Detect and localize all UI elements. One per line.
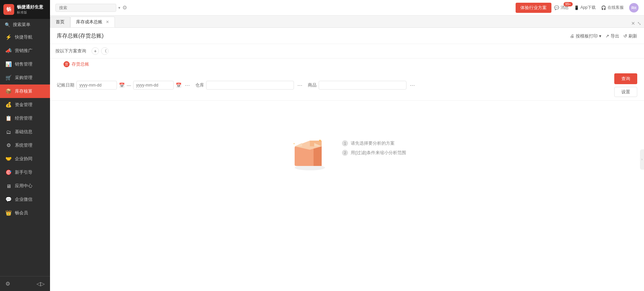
date-end-input[interactable] — [133, 81, 174, 90]
topbar-settings-icon[interactable]: ⚙ — [122, 4, 127, 11]
goods-input[interactable] — [319, 81, 406, 90]
date-more-icon[interactable]: ··· — [183, 82, 191, 88]
goods-label: 商品 — [308, 82, 317, 88]
coop-icon: 🤝 — [5, 156, 11, 162]
messages-button[interactable]: 💬 消息 99+ — [554, 5, 569, 10]
topbar: ▾ ⚙ 体验行业方案 💬 消息 99+ 📱 App下载 🎧 在线客服 Rit — [50, 0, 644, 16]
marketing-icon: 📣 — [5, 48, 11, 54]
sidebar-item-quick-nav[interactable]: ⚡ 快捷导航 — [0, 30, 50, 44]
filter-label: 按以下方案查询 — [55, 48, 86, 54]
tab-resize-icon[interactable]: ⤡ — [637, 21, 641, 26]
sidebar-item-label: 经营管理 — [15, 115, 32, 121]
svg-rect-2 — [314, 146, 322, 166]
sidebar-item-fund[interactable]: 💰 资金管理 — [0, 98, 50, 112]
step-1-num: 1 — [342, 140, 348, 146]
sidebar-search-label: 搜索菜单 — [13, 22, 30, 28]
tab-close-all-icon[interactable]: ✕ — [631, 21, 635, 26]
print-template-button[interactable]: 🖨 按模板打印 ▾ — [570, 33, 601, 39]
empty-box-svg: ✦ ✦ — [288, 128, 332, 172]
tab-close-icon[interactable]: ✕ — [106, 20, 109, 24]
filter-buttons: 查询 设置 — [614, 73, 637, 97]
inventory-cost-tab-label: 库存成本总账 — [76, 19, 102, 25]
basic-icon: 🗂 — [5, 129, 11, 135]
settings-footer-icon[interactable]: ⚙ — [5, 281, 10, 287]
warehouse-more-icon[interactable]: ··· — [296, 82, 304, 88]
svg-marker-5 — [295, 143, 302, 146]
tabbar: 首页 库存成本总账 ✕ ✕ ⤡ — [50, 16, 644, 28]
scheme-tag[interactable]: 货 存货总账 — [64, 61, 89, 67]
sidebar-item-operation[interactable]: 📋 经营管理 — [0, 112, 50, 125]
sidebar-item-newbie[interactable]: 🎯 新手引导 — [0, 166, 50, 179]
empty-message-1: 1 请先选择要分析的方案 — [342, 140, 406, 146]
logo-text: 畅捷通好生意 标准版 — [17, 4, 43, 15]
message-icon: 💬 — [554, 5, 559, 10]
trial-button[interactable]: 体验行业方案 — [516, 3, 551, 13]
sidebar-item-marketing[interactable]: 📣 营销推广 — [0, 44, 50, 57]
refresh-label: 刷新 — [628, 33, 637, 39]
sidebar-item-label: 系统管理 — [15, 142, 32, 148]
sidebar-item-appcenter[interactable]: 🖥 应用中心 — [0, 179, 50, 193]
empty-message-2: 2 用[过滤]条件来缩小分析范围 — [342, 150, 406, 156]
wechat-icon: 💬 — [5, 196, 11, 202]
topbar-right: 💬 消息 99+ 📱 App下载 🎧 在线客服 Rit — [554, 3, 639, 13]
logo-sub-text: 标准版 — [17, 10, 43, 15]
query-button[interactable]: 查询 — [614, 73, 637, 84]
quick-nav-icon: ⚡ — [5, 34, 11, 40]
filter-collapse-button[interactable]: 《 — [101, 47, 108, 55]
empty-illustration: ✦ ✦ — [288, 128, 328, 168]
calendar-end-icon[interactable]: 📅 — [176, 82, 181, 88]
newbie-icon: 🎯 — [5, 169, 11, 175]
chevron-down-icon[interactable]: ▾ — [118, 5, 120, 10]
purchase-icon: 🛒 — [5, 75, 11, 81]
sidebar-item-label: 畅会员 — [15, 210, 28, 216]
search-icon: 🔍 — [5, 22, 10, 27]
home-tab-label: 首页 — [56, 19, 65, 25]
audio-footer-icon[interactable]: ◁▷ — [36, 281, 45, 287]
sidebar-item-label: 采购管理 — [15, 75, 32, 81]
user-avatar[interactable]: Rit — [629, 3, 639, 13]
empty-state: ✦ ✦ 1 请先选择要分析的方案 2 用[过滤]条件来缩小分析范围 — [50, 101, 644, 195]
filter-add-button[interactable]: + — [92, 47, 99, 55]
page-header: 库存总账(存货总账) 🖨 按模板打印 ▾ ↗ 导出 ↺ 刷新 — [50, 28, 644, 44]
filter-bar: 按以下方案查询 + 《 — [50, 44, 644, 58]
sidebar-item-label: 企业协同 — [15, 156, 32, 162]
sidebar-item-inventory[interactable]: 📦 库存核算 — [0, 84, 50, 98]
scheme-icon: 货 — [64, 61, 70, 67]
sidebar-item-sales[interactable]: 📊 销售管理 — [0, 57, 50, 71]
date-start-input[interactable] — [76, 81, 117, 90]
tab-home[interactable]: 首页 — [50, 17, 70, 27]
topbar-search-area: ▾ ⚙ — [55, 4, 513, 12]
export-button[interactable]: ↗ 导出 — [605, 33, 619, 39]
warehouse-label: 仓库 — [195, 82, 204, 88]
vip-icon: 👑 — [5, 210, 11, 216]
sidebar-search[interactable]: 🔍 搜索菜单 — [0, 19, 50, 30]
sidebar-item-coop[interactable]: 🤝 企业协同 — [0, 152, 50, 166]
sidebar-item-label: 基础信息 — [15, 129, 32, 135]
filter-scheme-row: 货 存货总账 — [50, 58, 644, 70]
sidebar-item-vip[interactable]: 👑 畅会员 — [0, 206, 50, 220]
tab-inventory-cost[interactable]: 库存成本总账 ✕ — [70, 17, 115, 27]
right-collapse-handle[interactable]: › — [640, 149, 644, 170]
warehouse-input[interactable] — [206, 81, 294, 90]
logo-icon: 畅 — [3, 4, 14, 15]
main-area: ▾ ⚙ 体验行业方案 💬 消息 99+ 📱 App下载 🎧 在线客服 Rit — [50, 0, 644, 291]
sidebar-item-system[interactable]: ⚙ 系统管理 — [0, 139, 50, 152]
sidebar-item-basic[interactable]: 🗂 基础信息 — [0, 125, 50, 139]
settings-button[interactable]: 设置 — [614, 87, 637, 97]
avatar-text: Rit — [631, 6, 637, 10]
sidebar-logo: 畅 畅捷通好生意 标准版 — [0, 0, 50, 19]
sidebar-item-label: 销售管理 — [15, 61, 32, 67]
sidebar-item-label: 库存核算 — [15, 88, 32, 94]
sidebar-item-label: 新手引导 — [15, 169, 32, 175]
refresh-icon: ↺ — [623, 33, 627, 39]
topbar-search-input[interactable] — [55, 4, 116, 12]
refresh-button[interactable]: ↺ 刷新 — [623, 33, 637, 39]
calendar-start-icon[interactable]: 📅 — [119, 82, 125, 88]
messages-badge: 99+ — [564, 2, 573, 6]
online-service-button[interactable]: 🎧 在线客服 — [601, 5, 624, 10]
sidebar-item-label: 快捷导航 — [15, 34, 32, 40]
goods-more-icon[interactable]: ··· — [408, 82, 416, 88]
app-download-button[interactable]: 📱 App下载 — [574, 5, 596, 10]
sidebar-item-wechat[interactable]: 💬 企业微信 — [0, 193, 50, 206]
sidebar-item-purchase[interactable]: 🛒 采购管理 — [0, 71, 50, 84]
